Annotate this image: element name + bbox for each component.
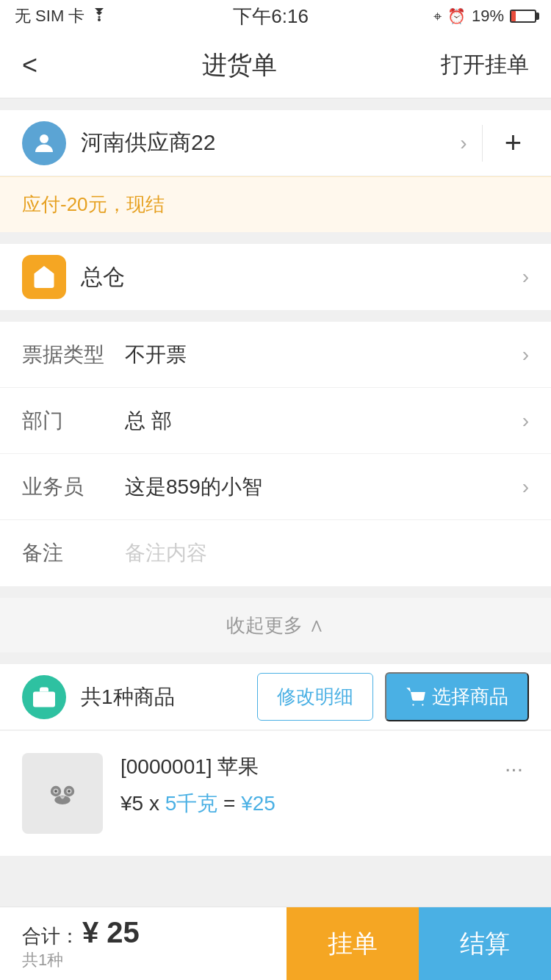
svg-point-12 xyxy=(68,790,71,793)
open-hang-button[interactable]: 打开挂单 xyxy=(441,50,529,80)
product-title: 苹果 xyxy=(217,755,259,778)
svg-point-3 xyxy=(412,704,414,705)
warehouse-card: 总仓 › xyxy=(0,244,551,310)
price-total: ¥25 xyxy=(241,792,276,815)
products-header: 共1种商品 修改明细 选择商品 xyxy=(0,664,551,730)
salesperson-label: 业务员 xyxy=(22,473,125,501)
form-row-invoice[interactable]: 票据类型 不开票 › xyxy=(0,322,551,388)
form-section: 票据类型 不开票 › 部门 总 部 › 业务员 这是859的小智 › 备注 备注… xyxy=(0,322,551,586)
battery-icon xyxy=(510,10,536,23)
select-product-button[interactable]: 选择商品 xyxy=(385,672,529,721)
svg-point-0 xyxy=(98,18,101,21)
supplier-row[interactable]: 河南供应商22 › + xyxy=(0,110,551,176)
department-chevron-icon: › xyxy=(522,409,529,433)
location-icon: ⌖ xyxy=(433,8,442,25)
alarm-icon: ⏰ xyxy=(447,7,466,25)
invoice-value: 不开票 xyxy=(125,341,522,369)
back-button[interactable]: < xyxy=(22,50,37,81)
total-amount: ¥ 25 xyxy=(82,916,140,949)
total-label: 合计： xyxy=(22,923,79,949)
warehouse-icon xyxy=(22,255,66,299)
total-section: 合计： ¥ 25 共1种 xyxy=(0,907,287,980)
products-icon xyxy=(22,675,66,719)
warehouse-row[interactable]: 总仓 › xyxy=(0,244,551,310)
products-section: 共1种商品 修改明细 选择商品 xyxy=(0,664,551,856)
status-bar-left: 无 SIM 卡 xyxy=(15,5,108,27)
salesperson-value: 这是859的小智 xyxy=(125,473,522,501)
svg-point-1 xyxy=(40,134,48,143)
main-content: 河南供应商22 › + 应付-20元，现结 总仓 › 票据类型 不开票 › xyxy=(0,98,551,948)
warehouse-name: 总仓 xyxy=(81,262,522,292)
hang-button[interactable]: 挂单 xyxy=(287,907,419,980)
cart-icon xyxy=(406,687,426,707)
invoice-label: 票据类型 xyxy=(22,341,125,369)
modify-detail-button[interactable]: 修改明细 xyxy=(257,673,373,721)
supplier-name: 河南供应商22 xyxy=(81,128,460,158)
product-code: [0000001] xyxy=(120,755,217,778)
product-price: ¥5 x 5千克 = ¥25 xyxy=(120,790,481,818)
select-product-label: 选择商品 xyxy=(432,684,508,710)
svg-point-11 xyxy=(54,790,57,793)
products-count-label: 共1种商品 xyxy=(81,683,257,711)
department-label: 部门 xyxy=(22,407,125,435)
add-supplier-button[interactable]: + xyxy=(497,119,529,167)
nav-bar: < 进货单 打开挂单 xyxy=(0,32,551,98)
form-row-salesperson[interactable]: 业务员 这是859的小智 › xyxy=(0,454,551,520)
salesperson-chevron-icon: › xyxy=(522,475,529,499)
price-quantity: 5千克 xyxy=(165,792,218,815)
remark-placeholder: 备注内容 xyxy=(125,539,529,567)
price-unit: ¥5 x xyxy=(120,792,165,815)
divider xyxy=(482,125,483,162)
payment-hint: 应付-20元，现结 xyxy=(0,176,551,232)
product-item: [0000001] 苹果 ¥5 x 5千克 = ¥25 ··· xyxy=(0,730,551,856)
svg-point-4 xyxy=(422,704,423,705)
supplier-avatar xyxy=(22,121,66,165)
battery-label: 19% xyxy=(472,7,504,26)
product-thumbnail xyxy=(22,753,103,834)
page-title: 进货单 xyxy=(202,48,277,82)
price-eq: = xyxy=(223,792,241,815)
checkout-button[interactable]: 结算 xyxy=(419,907,551,980)
status-bar: 无 SIM 卡 下午6:16 ⌖ ⏰ 19% xyxy=(0,0,551,32)
warehouse-chevron-icon: › xyxy=(522,265,529,289)
svg-rect-2 xyxy=(33,691,55,707)
supplier-card: 河南供应商22 › + 应付-20元，现结 xyxy=(0,110,551,232)
status-bar-time: 下午6:16 xyxy=(233,4,309,29)
department-value: 总 部 xyxy=(125,407,522,435)
form-row-remark[interactable]: 备注 备注内容 xyxy=(0,520,551,586)
product-name: [0000001] 苹果 xyxy=(120,753,481,781)
remark-label: 备注 xyxy=(22,539,125,567)
total-count: 共1种 xyxy=(22,949,264,971)
carrier-label: 无 SIM 卡 xyxy=(15,5,84,27)
form-row-department[interactable]: 部门 总 部 › xyxy=(0,388,551,454)
collapse-label: 收起更多 ∧ xyxy=(226,613,324,638)
status-bar-right: ⌖ ⏰ 19% xyxy=(433,7,536,26)
supplier-chevron-icon: › xyxy=(460,131,467,155)
bottom-bar: 合计： ¥ 25 共1种 挂单 结算 xyxy=(0,907,551,980)
wifi-icon xyxy=(90,7,108,26)
invoice-chevron-icon: › xyxy=(522,343,529,367)
collapse-button[interactable]: 收起更多 ∧ xyxy=(0,598,551,652)
product-info: [0000001] 苹果 ¥5 x 5千克 = ¥25 xyxy=(120,753,481,818)
more-options-button[interactable]: ··· xyxy=(499,753,529,784)
